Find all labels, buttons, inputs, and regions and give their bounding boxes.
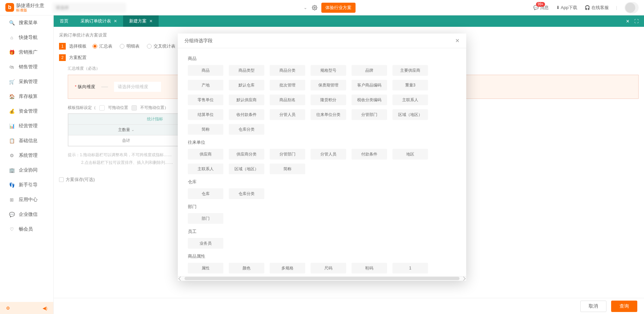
- field-chip[interactable]: 简称: [188, 124, 223, 135]
- field-chip[interactable]: 付款条件: [352, 149, 387, 160]
- sidebar-item-label: 库存核算: [19, 93, 38, 100]
- sidebar-icon: 💬: [9, 211, 15, 217]
- field-chip[interactable]: 区域（地区）: [392, 109, 428, 120]
- field-chip[interactable]: 保质期管理: [311, 80, 346, 90]
- field-chip[interactable]: 商品: [188, 65, 223, 76]
- field-chip[interactable]: 分管部门: [352, 109, 387, 120]
- field-chip[interactable]: 仓库分类: [229, 124, 264, 135]
- field-chip[interactable]: 重量3: [392, 80, 428, 90]
- field-chip[interactable]: 简称: [270, 164, 305, 174]
- chevron-down-icon[interactable]: ⌄: [304, 5, 307, 10]
- user-menu[interactable]: [625, 2, 639, 13]
- tab-2[interactable]: 新建方案✕: [123, 15, 159, 27]
- sidebar-item-14[interactable]: ♡畅会员: [0, 222, 53, 237]
- field-chip[interactable]: 隆货积分: [311, 95, 346, 105]
- expand-icon[interactable]: ⛶: [634, 19, 639, 24]
- field-chip[interactable]: 规格型号: [311, 65, 346, 76]
- field-chip[interactable]: 批次管理: [270, 80, 305, 90]
- field-chip[interactable]: 1: [392, 263, 428, 273]
- org-placeholder: 请选择: [56, 5, 69, 11]
- modal-horizontal-scrollbar[interactable]: [178, 276, 466, 281]
- table-col-0[interactable]: 主数量 ⌄: [68, 125, 184, 135]
- field-chip[interactable]: 业务员: [188, 238, 223, 249]
- sidebar-item-0[interactable]: 🔍搜索菜单: [0, 15, 53, 30]
- field-chip[interactable]: 商品类型: [229, 65, 264, 76]
- field-chip[interactable]: 多规格: [270, 263, 305, 273]
- close-icon[interactable]: ✕: [455, 38, 460, 44]
- field-chip[interactable]: 部门: [188, 213, 223, 224]
- field-chip[interactable]: 分管人员: [311, 149, 346, 160]
- field-chip[interactable]: 颜色: [229, 263, 264, 273]
- sidebar-item-7[interactable]: 📊经营管理: [0, 119, 53, 133]
- gear-icon[interactable]: ⚙: [6, 306, 10, 311]
- app-download-button[interactable]: ⬇ App下载: [556, 5, 577, 11]
- field-chip[interactable]: 商品分类: [270, 65, 305, 76]
- experience-button[interactable]: 体验行业方案: [321, 3, 356, 13]
- radio-2[interactable]: 交叉统计表: [147, 43, 175, 49]
- sidebar-item-6[interactable]: 💰资金管理: [0, 104, 53, 119]
- field-chip[interactable]: 往来单位分类: [311, 109, 346, 120]
- org-selector[interactable]: 请选择: [52, 3, 126, 13]
- template-label: 横板指标设定（: [68, 105, 96, 111]
- field-chip[interactable]: 供应商: [188, 149, 223, 160]
- scrollbar-thumb[interactable]: [184, 277, 460, 280]
- field-chip[interactable]: 主要供应商: [392, 65, 428, 76]
- sidebar-item-1[interactable]: ⌂快捷导航: [0, 30, 53, 45]
- field-chip[interactable]: 属性: [188, 263, 223, 273]
- field-chip[interactable]: 产地: [188, 80, 223, 90]
- tab-0[interactable]: 首页: [54, 15, 74, 27]
- messages-button[interactable]: 💬 消息 99+: [533, 5, 549, 11]
- top-header: b 肠捷通好生意 标准版 请选择 ⌄ 体验行业方案 💬 消息 99+ ⬇ App…: [0, 0, 644, 15]
- sidebar-item-4[interactable]: 🛒采购管理: [0, 74, 53, 89]
- sidebar-icon: ⊞: [9, 197, 15, 203]
- field-chip[interactable]: 主联系人: [188, 164, 223, 174]
- sidebar-item-9[interactable]: ⚙系统管理: [0, 148, 53, 163]
- field-chip[interactable]: 鞋码: [352, 263, 387, 273]
- field-chip[interactable]: 区域（地区）: [229, 164, 264, 174]
- sidebar-item-8[interactable]: 📋基础信息: [0, 133, 53, 148]
- sidebar-item-11[interactable]: 👣新手引导: [0, 178, 53, 192]
- field-chip[interactable]: 默认仓库: [229, 80, 264, 90]
- sidebar-item-10[interactable]: 🏢企业协同: [0, 163, 53, 178]
- field-chip[interactable]: 仓库分类: [229, 188, 264, 199]
- field-chip[interactable]: 商品别名: [270, 95, 305, 105]
- field-chip[interactable]: 主联系人: [392, 95, 428, 105]
- field-chip[interactable]: 仓库: [188, 188, 223, 199]
- field-chip[interactable]: 零售单位: [188, 95, 223, 105]
- gear-icon[interactable]: [312, 5, 317, 10]
- online-service-button[interactable]: 🎧 在线客服: [585, 5, 609, 11]
- field-chip[interactable]: 结算单位: [188, 109, 223, 120]
- dimension-input[interactable]: 请选择分组维度: [114, 82, 161, 92]
- field-chip[interactable]: 默认供应商: [229, 95, 264, 105]
- sidebar-item-5[interactable]: 🏠库存核算: [0, 89, 53, 104]
- query-button[interactable]: 查询: [611, 301, 637, 312]
- radio-1[interactable]: 明细表: [120, 43, 140, 49]
- sidebar: 🔍搜索菜单⌂快捷导航🎁营销推广🛍销售管理🛒采购管理🏠库存核算💰资金管理📊经营管理…: [0, 15, 54, 314]
- field-chip[interactable]: 供应商分类: [229, 149, 264, 160]
- field-chip[interactable]: 尺码: [311, 263, 346, 273]
- radio-0[interactable]: 汇总表: [93, 43, 112, 49]
- divider: |: [616, 5, 617, 10]
- cancel-button[interactable]: 取消: [580, 301, 606, 312]
- field-chip[interactable]: 税收分类编码: [352, 95, 387, 105]
- sidebar-item-13[interactable]: 💬企业微信: [0, 207, 53, 222]
- field-chip[interactable]: 收付款条件: [229, 109, 264, 120]
- field-chip[interactable]: 品牌: [352, 65, 387, 76]
- field-chip[interactable]: 地区: [392, 149, 428, 160]
- modal-body[interactable]: 商品商品商品类型商品分类规格型号品牌主要供应商产地默认仓库批次管理保质期管理客户…: [178, 48, 466, 276]
- save-checkbox[interactable]: [59, 177, 64, 182]
- collapse-icon[interactable]: ◀): [43, 306, 47, 311]
- sidebar-item-12[interactable]: ⊞应用中心: [0, 192, 53, 207]
- sidebar-item-2[interactable]: 🎁营销推广: [0, 45, 53, 60]
- sidebar-item-3[interactable]: 🛍销售管理: [0, 60, 53, 74]
- field-chip[interactable]: 客户商品编码: [352, 80, 387, 90]
- close-all-icon[interactable]: ✕: [626, 19, 630, 24]
- modal-header: 分组待选字段 ✕: [178, 34, 466, 48]
- dimension-label: *纵向维度: [75, 84, 95, 90]
- svg-point-0: [314, 7, 315, 8]
- field-chip[interactable]: 分管人员: [270, 109, 305, 120]
- field-chip[interactable]: 分管部门: [270, 149, 305, 160]
- close-icon[interactable]: ✕: [149, 19, 153, 23]
- tab-1[interactable]: 采购订单统计表✕: [74, 15, 123, 27]
- close-icon[interactable]: ✕: [114, 19, 117, 23]
